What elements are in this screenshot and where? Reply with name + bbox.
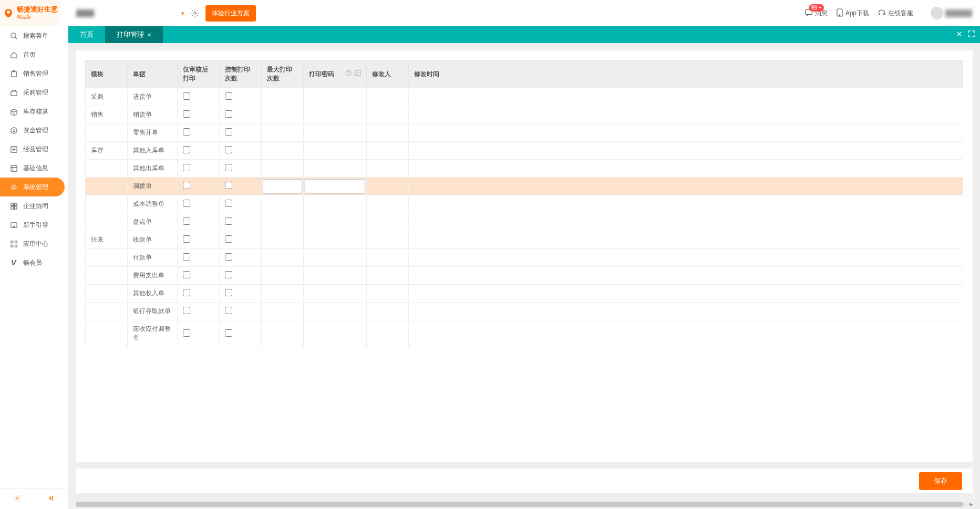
cell-ctrl [220,249,262,267]
cell-pwd [304,267,367,285]
audit-checkbox[interactable] [183,164,190,171]
sidebar-item-fund[interactable]: 资金管理 [0,121,68,140]
vip-icon: V [9,258,18,267]
collapse-sidebar-icon[interactable] [47,494,55,504]
sidebar-item-home[interactable]: 首页 [0,45,68,64]
home-icon [9,51,18,59]
tab-bar: 首页打印管理✕ [68,26,980,43]
cell-ctrl [220,303,262,320]
org-selector[interactable]: ████ [76,9,176,17]
ctrl-checkbox[interactable] [225,92,232,100]
audit-checkbox[interactable] [183,92,190,100]
tab-0[interactable]: 首页 [68,26,105,43]
sidebar-item-stock[interactable]: 库存核算 [0,102,68,121]
table-row: 银行存取款单 [86,303,963,320]
fullscreen-icon[interactable] [968,30,975,39]
online-service-button[interactable]: 在线客服 [878,8,913,18]
cell-audit [178,303,220,320]
logo-subtext: 精品版 [17,14,58,20]
cell-max [262,303,304,320]
ctrl-checkbox[interactable] [225,235,232,243]
biz-icon [9,146,18,153]
audit-checkbox[interactable] [183,329,190,337]
cell-ctrl [220,142,262,160]
cell-max [262,88,304,106]
gear-icon[interactable] [190,8,200,18]
ctrl-checkbox[interactable] [225,146,232,153]
scrollbar-thumb[interactable] [76,502,964,507]
table-row: 零售开单 [86,124,963,142]
scroll-right-icon[interactable]: ▶ [968,502,974,507]
help-icon[interactable] [345,70,352,78]
sidebar-item-label: 采购管理 [23,88,48,97]
edit-icon[interactable] [355,70,361,78]
sidebar-item-search[interactable]: 搜索菜单 [0,26,68,45]
ctrl-checkbox[interactable] [225,329,232,337]
sidebar-item-vip[interactable]: V畅会员 [0,253,68,272]
cell-mod-time [409,142,963,160]
ctrl-checkbox[interactable] [225,289,232,296]
cell-max [262,320,304,347]
max-count-input[interactable] [263,179,302,194]
sidebar-item-guide[interactable]: 新手引导 [0,215,68,234]
ctrl-checkbox[interactable] [225,200,232,207]
sidebar-item-purchase[interactable]: 采购管理 [0,83,68,102]
ctrl-checkbox[interactable] [225,253,232,261]
audit-checkbox[interactable] [183,289,190,296]
cell-module [86,124,128,142]
sales-icon [9,70,18,78]
sidebar-item-apps[interactable]: 应用中心 [0,234,68,253]
svg-rect-20 [15,245,17,247]
ctrl-checkbox[interactable] [225,128,232,136]
cell-pwd [304,213,367,231]
svg-point-4 [839,15,840,16]
cell-doc: 费用支出单 [128,267,178,285]
sidebar-item-sales[interactable]: 销售管理 [0,64,68,83]
cell-modifier [367,142,409,160]
sidebar-item-collab[interactable]: 企业协同 [0,196,68,215]
sidebar-item-sys[interactable]: 系统管理 [0,178,65,196]
horizontal-scrollbar[interactable]: ▶ [76,502,973,507]
audit-checkbox[interactable] [183,235,190,243]
svg-rect-18 [15,241,17,243]
audit-checkbox[interactable] [183,217,190,225]
messages-button[interactable]: 99 + 消息 [804,8,828,18]
audit-checkbox[interactable] [183,253,190,261]
tab-1[interactable]: 打印管理✕ [105,26,163,43]
sidebar-item-label: 搜索菜单 [23,32,48,40]
tab-close-all-icon[interactable] [956,30,963,39]
cell-modifier [367,267,409,285]
cell-modifier [367,195,409,213]
save-button[interactable]: 保存 [919,472,962,490]
ctrl-checkbox[interactable] [225,164,232,171]
close-icon[interactable]: ✕ [147,32,151,38]
table-row: 销售销货单 [86,106,963,124]
audit-checkbox[interactable] [183,146,190,153]
user-menu[interactable]: ██████ [931,7,972,19]
logo[interactable]: 畅捷通好生意 精品版 [0,0,60,26]
sidebar-item-base[interactable]: 基础信息 [0,159,68,178]
ctrl-checkbox[interactable] [225,271,232,278]
settings-icon[interactable] [13,494,21,504]
audit-checkbox[interactable] [183,128,190,136]
cell-max [262,285,304,303]
ctrl-checkbox[interactable] [225,182,232,189]
audit-checkbox[interactable] [183,182,190,189]
print-pwd-input[interactable] [305,179,365,194]
sidebar-item-biz[interactable]: 经营管理 [0,140,68,159]
promo-button[interactable]: 体验行业方案 [205,5,256,22]
ctrl-checkbox[interactable] [225,110,232,118]
cell-module [86,249,128,267]
ctrl-checkbox[interactable] [225,217,232,225]
cell-doc: 收款单 [128,231,178,249]
cell-pwd [304,124,367,142]
ctrl-checkbox[interactable] [225,307,232,314]
audit-checkbox[interactable] [183,271,190,278]
chevron-down-icon[interactable]: ▾ [181,10,184,17]
app-download-button[interactable]: App下载 [836,8,869,18]
fund-icon [9,127,18,134]
audit-checkbox[interactable] [183,200,190,207]
audit-checkbox[interactable] [183,110,190,118]
audit-checkbox[interactable] [183,307,190,314]
sidebar-item-label: 畅会员 [23,258,42,267]
